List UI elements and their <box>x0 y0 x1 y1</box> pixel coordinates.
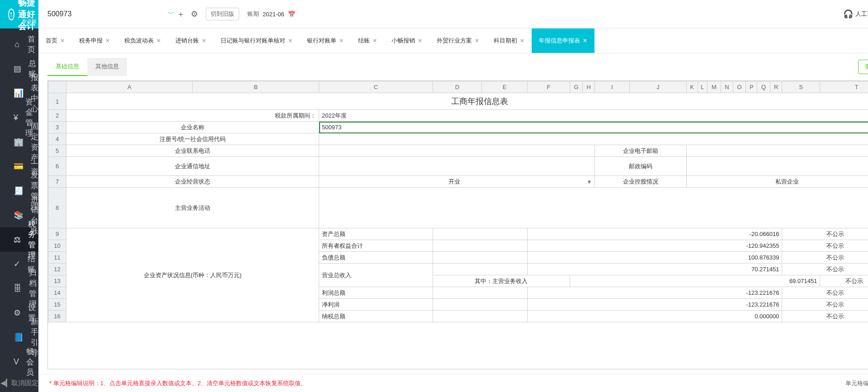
close-icon[interactable]: ✕ <box>339 38 344 44</box>
value-cell[interactable]: -123.221676 <box>528 287 782 299</box>
tab-4[interactable]: 日记账与银行对账单核对✕ <box>213 28 300 53</box>
switch-old-button[interactable]: 切到旧版 <box>206 8 239 20</box>
value-cell[interactable]: 100.876339 <box>528 252 782 264</box>
tab-6[interactable]: 结账✕ <box>351 28 384 53</box>
add-icon[interactable]: ＋ <box>174 9 188 19</box>
row-header[interactable]: 3 <box>48 122 66 133</box>
org-selector[interactable]: 500973 ﹀ <box>47 10 174 18</box>
col-header[interactable]: I <box>594 81 629 93</box>
sidebar-item-10[interactable]: 🗄归档管理 <box>0 276 38 301</box>
nav-icon: 📘 <box>14 332 24 342</box>
period-value: 2021-06 <box>263 11 284 18</box>
row-header[interactable]: 5 <box>48 145 66 157</box>
col-header[interactable]: O <box>733 81 746 93</box>
nav-label: 首页 <box>28 34 38 55</box>
row-header[interactable]: 14 <box>48 287 66 299</box>
col-header[interactable]: H <box>583 81 595 93</box>
col-header[interactable]: G <box>570 81 583 93</box>
row-header[interactable]: 16 <box>48 311 66 322</box>
row-header[interactable]: 11 <box>48 252 66 264</box>
value-cell[interactable]: -20.066016 <box>528 228 782 240</box>
publish-select[interactable]: 不公示▼ <box>782 228 868 240</box>
row-header[interactable]: 8 <box>48 188 66 228</box>
row-header[interactable]: 15 <box>48 299 66 311</box>
period-label: 账期 <box>247 10 259 18</box>
close-icon[interactable]: ✕ <box>105 38 110 44</box>
close-icon[interactable]: ✕ <box>583 38 587 44</box>
col-header[interactable]: P <box>746 81 757 93</box>
reset-button[interactable]: 重置报表 <box>858 60 868 74</box>
col-header[interactable]: T <box>820 81 868 93</box>
row-header[interactable]: 1 <box>48 93 66 110</box>
close-icon[interactable]: ✕ <box>288 38 292 44</box>
row-header[interactable]: 13 <box>48 275 66 287</box>
nav-icon: 📊 <box>14 88 24 98</box>
publish-select[interactable]: 不公示▼ <box>782 299 868 311</box>
subtab-other[interactable]: 其他信息 <box>87 58 127 76</box>
col-header[interactable]: F <box>528 81 570 93</box>
chevron-down-icon: ▼ <box>587 179 592 184</box>
status-select[interactable]: 开业▼ <box>319 176 595 188</box>
publish-select[interactable]: 不公示▼ <box>820 275 868 287</box>
close-icon[interactable]: ✕ <box>418 38 422 44</box>
publish-select[interactable]: 不公示▼ <box>782 287 868 299</box>
close-icon[interactable]: ✕ <box>520 38 524 44</box>
unpin-button[interactable]: ◀▎ 取消固定 <box>0 374 38 392</box>
value-cell[interactable]: 70.271451 <box>528 264 782 275</box>
sidebar-item-8[interactable]: ⚖税务管理 <box>0 227 38 252</box>
value-cell[interactable]: 0.000000 <box>528 311 782 322</box>
col-header[interactable]: E <box>482 81 528 93</box>
value-cell[interactable]: -123.221676 <box>528 299 782 311</box>
row-header[interactable]: 7 <box>48 176 66 188</box>
headset-icon: 🎧 <box>843 9 853 19</box>
value-cell[interactable]: 69.071451 <box>570 275 820 287</box>
holding-select[interactable]: 私营企业▼ <box>686 176 868 188</box>
row-header[interactable]: 9 <box>48 228 66 240</box>
subtab-basic[interactable]: 基础信息 <box>47 58 87 76</box>
row-header[interactable]: 4 <box>48 133 66 145</box>
row-header[interactable]: 6 <box>48 157 66 176</box>
publish-select[interactable]: 不公示▼ <box>782 311 868 322</box>
gear-icon[interactable]: ⚙ <box>188 9 201 19</box>
tab-0[interactable]: 首页✕ <box>38 28 72 53</box>
col-header[interactable]: J <box>630 81 687 93</box>
publish-select[interactable]: 不公示▼ <box>782 264 868 275</box>
col-header[interactable]: B <box>193 81 319 93</box>
tab-8[interactable]: 外贸行业方案✕ <box>429 28 486 53</box>
col-header[interactable]: C <box>319 81 433 93</box>
col-header[interactable]: M <box>707 81 721 93</box>
tab-3[interactable]: 进销台账✕ <box>168 28 213 53</box>
col-header[interactable]: R <box>770 81 782 93</box>
row-header[interactable]: 10 <box>48 240 66 252</box>
col-header[interactable]: Q <box>757 81 770 93</box>
publish-select[interactable]: 不公示▼ <box>782 240 868 252</box>
close-icon[interactable]: ✕ <box>475 38 479 44</box>
sidebar-item-0[interactable]: ⌂首页 <box>0 32 38 57</box>
publish-select[interactable]: 不公示▼ <box>782 252 868 264</box>
sidebar-item-4[interactable]: 🏢固定资产 <box>0 130 38 154</box>
close-icon[interactable]: ✕ <box>156 38 161 44</box>
col-header[interactable]: S <box>782 81 820 93</box>
company-name-cell[interactable]: 500973 <box>319 122 868 133</box>
row-header[interactable]: 12 <box>48 264 66 275</box>
spreadsheet[interactable]: ABCDEFGHIJKLMNOPQRST1工商年报信息表2税款所属期间：2022… <box>47 80 868 369</box>
close-icon[interactable]: ✕ <box>202 38 206 44</box>
close-icon[interactable]: ✕ <box>60 38 65 44</box>
col-header[interactable]: K <box>686 81 698 93</box>
calendar-icon[interactable]: 📅 <box>288 11 295 18</box>
tab-1[interactable]: 税务申报✕ <box>72 28 117 53</box>
close-icon[interactable]: ✕ <box>373 38 377 44</box>
sidebar-item-13[interactable]: V畅会员 <box>0 349 38 374</box>
tab-5[interactable]: 银行对账单✕ <box>300 28 351 53</box>
col-header[interactable]: L <box>698 81 707 93</box>
col-header[interactable]: D <box>433 81 482 93</box>
tab-10[interactable]: 年报信息申报表✕ <box>532 28 594 53</box>
tab-2[interactable]: 税负波动表✕ <box>117 28 168 53</box>
help-link[interactable]: 🎧 人工咨询 <box>843 9 868 19</box>
tab-7[interactable]: 小畅报销✕ <box>384 28 429 53</box>
value-cell[interactable]: -120.942355 <box>528 240 782 252</box>
col-header[interactable]: N <box>721 81 733 93</box>
row-header[interactable]: 2 <box>48 110 66 122</box>
col-header[interactable]: A <box>66 81 193 93</box>
tab-9[interactable]: 科目期初✕ <box>486 28 532 53</box>
